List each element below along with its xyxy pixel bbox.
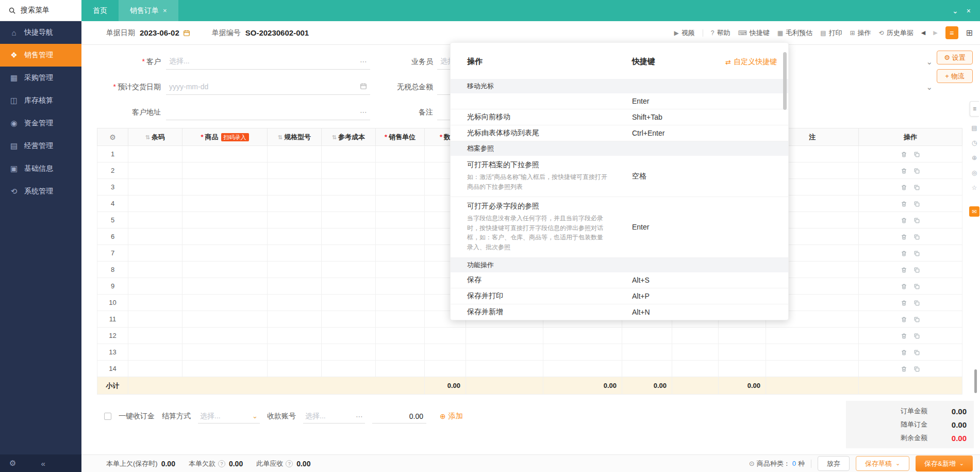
calendar-icon[interactable] xyxy=(183,29,190,37)
grid-cell[interactable] xyxy=(182,262,268,278)
delete-row-button[interactable] xyxy=(901,201,907,207)
grid-cell[interactable] xyxy=(376,179,425,196)
row-number-cell[interactable]: 12 xyxy=(97,328,128,344)
grid-cell[interactable] xyxy=(268,162,322,179)
col-unit[interactable]: 销售单位 xyxy=(376,128,425,146)
grid-cell[interactable] xyxy=(128,311,182,328)
grid-cell[interactable] xyxy=(672,344,719,361)
customer-address-input[interactable]: ⋯ xyxy=(166,105,370,120)
sidebar-item-system[interactable]: ⟲ 系统管理 xyxy=(0,180,81,203)
delivery-date-input[interactable]: yyyy-mm-dd xyxy=(166,79,370,95)
grid-cell[interactable] xyxy=(376,146,425,162)
operations-button[interactable]: ⊞ 操作 xyxy=(850,28,871,38)
insert-row-button[interactable] xyxy=(913,366,920,372)
delete-row-button[interactable] xyxy=(901,283,907,290)
chevron-down-icon[interactable]: ⌄ xyxy=(926,83,933,92)
grid-cell[interactable] xyxy=(182,229,268,245)
grid-cell[interactable] xyxy=(128,245,182,262)
tab-sales-order[interactable]: 销售订单 × xyxy=(119,0,178,21)
settle-method-select[interactable]: 选择... ⌄ xyxy=(198,409,260,424)
grid-cell[interactable] xyxy=(182,278,268,295)
list-view-button[interactable]: ≡ xyxy=(945,26,958,39)
grid-cell[interactable] xyxy=(268,245,322,262)
grid-cell[interactable] xyxy=(376,196,425,212)
grid-cell[interactable] xyxy=(719,344,766,361)
col-barcode[interactable]: ⇅条码 xyxy=(128,128,182,146)
row-number-cell[interactable]: 8 xyxy=(97,262,128,278)
grid-cell[interactable] xyxy=(268,311,322,328)
customize-shortcuts-link[interactable]: ⇄ 自定义快捷键 xyxy=(725,57,777,67)
delete-row-button[interactable] xyxy=(901,333,907,339)
row-number-cell[interactable]: 11 xyxy=(97,311,128,328)
row-number-cell[interactable]: 1 xyxy=(97,146,128,162)
grid-cell[interactable] xyxy=(182,162,268,179)
grid-cell[interactable] xyxy=(376,311,425,328)
col-settings[interactable]: ⚙ xyxy=(97,128,128,146)
insert-row-button[interactable] xyxy=(913,267,920,273)
grid-cell[interactable] xyxy=(322,361,376,377)
grid-cell[interactable] xyxy=(376,229,425,245)
row-number-cell[interactable]: 14 xyxy=(97,361,128,377)
help-icon[interactable] xyxy=(218,460,225,467)
grid-cell[interactable] xyxy=(766,361,859,377)
grid-cell[interactable] xyxy=(182,311,268,328)
gear-icon[interactable]: ⚙ xyxy=(109,133,116,141)
delete-row-button[interactable] xyxy=(901,250,907,257)
grid-cell[interactable] xyxy=(719,328,766,344)
grid-cell[interactable] xyxy=(128,262,182,278)
grid-cell[interactable] xyxy=(268,179,322,196)
grid-cell[interactable] xyxy=(128,229,182,245)
settings-button[interactable]: ⚙ 设置 xyxy=(937,51,973,64)
video-button[interactable]: ▶ 视频 xyxy=(674,28,695,38)
grid-cell[interactable] xyxy=(182,179,268,196)
grid-cell[interactable] xyxy=(128,179,182,196)
grid-cell[interactable] xyxy=(322,295,376,311)
grid-cell[interactable] xyxy=(425,328,466,344)
grid-view-button[interactable]: ⊞ xyxy=(966,28,973,38)
row-number-cell[interactable]: 4 xyxy=(97,196,128,212)
grid-cell[interactable] xyxy=(128,146,182,162)
close-icon[interactable]: × xyxy=(967,7,971,15)
insert-row-button[interactable] xyxy=(913,316,920,323)
grid-cell[interactable] xyxy=(128,278,182,295)
delete-row-button[interactable] xyxy=(901,151,907,158)
sidebar-item-business[interactable]: ▤ 经营管理 xyxy=(0,135,81,157)
scan-entry-badge[interactable]: 扫码录入 xyxy=(221,133,249,141)
flyout-handle[interactable]: ≡ xyxy=(970,101,979,117)
prev-arrow-icon[interactable]: ◀ xyxy=(921,29,925,36)
grid-cell[interactable] xyxy=(322,344,376,361)
grid-cell[interactable] xyxy=(322,146,376,162)
grid-cell[interactable] xyxy=(376,262,425,278)
grid-cell[interactable] xyxy=(622,328,672,344)
insert-row-button[interactable] xyxy=(913,184,920,191)
grid-cell[interactable] xyxy=(128,328,182,344)
more-icon[interactable]: ⋯ xyxy=(360,108,367,116)
grid-cell[interactable] xyxy=(376,344,425,361)
grid-cell[interactable] xyxy=(376,278,425,295)
grid-cell[interactable] xyxy=(322,328,376,344)
grid-cell[interactable] xyxy=(268,295,322,311)
grid-cell[interactable] xyxy=(182,212,268,229)
delete-row-button[interactable] xyxy=(901,184,907,191)
row-number-cell[interactable]: 6 xyxy=(97,229,128,245)
save-and-new-button[interactable]: 保存&新增 ⌄ xyxy=(916,455,973,471)
delete-row-button[interactable] xyxy=(901,234,907,240)
delete-row-button[interactable] xyxy=(901,366,907,372)
print-button[interactable]: ▤ 打印 xyxy=(820,28,842,38)
profit-estimate-button[interactable]: ▦ 毛利预估 xyxy=(777,28,812,38)
collapse-sidebar-icon[interactable]: « xyxy=(41,459,45,468)
grid-cell[interactable] xyxy=(268,361,322,377)
chat-button[interactable]: ✉ xyxy=(969,206,979,217)
grid-cell[interactable] xyxy=(268,344,322,361)
delete-row-button[interactable] xyxy=(901,300,907,306)
insert-row-button[interactable] xyxy=(913,201,920,207)
grid-cell[interactable] xyxy=(672,361,719,377)
insert-row-button[interactable] xyxy=(913,234,920,240)
sidebar-item-sales[interactable]: ❖ 销售管理 xyxy=(0,44,81,67)
grid-cell[interactable] xyxy=(268,196,322,212)
grid-cell[interactable] xyxy=(425,344,466,361)
deposit-amount-input[interactable]: 0.00 xyxy=(372,409,426,424)
close-tab-icon[interactable]: × xyxy=(163,7,167,14)
more-icon[interactable]: ⋯ xyxy=(356,412,363,420)
col-cost[interactable]: ⇅参考成本 xyxy=(322,128,376,146)
